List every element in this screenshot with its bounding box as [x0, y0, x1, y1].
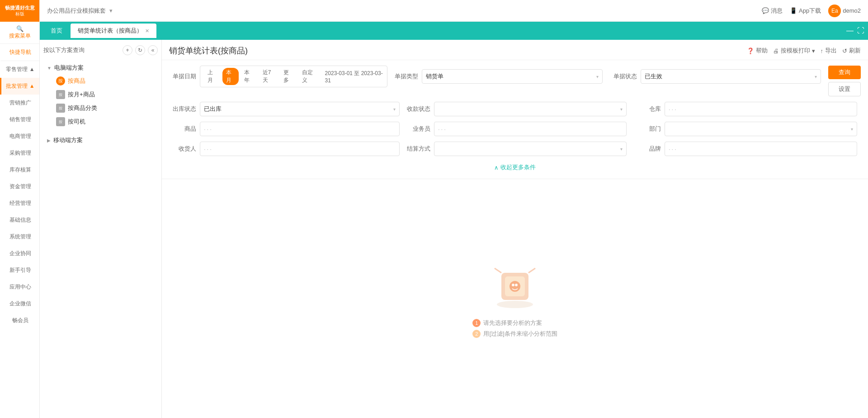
tree-child-by-product[interactable]: 按 按商品	[52, 74, 158, 88]
sidebar-item-ecommerce[interactable]: 电商管理	[0, 128, 39, 145]
sidebar-item-apps[interactable]: 应用中心	[0, 279, 39, 295]
filter-receipt-status: 收款状态 ▾	[400, 102, 630, 116]
export-label: 导出	[825, 47, 837, 55]
doc-type-control[interactable]: 销货单 ▾	[422, 69, 602, 84]
tree-desktop-label[interactable]: ▼ 电脑端方案	[43, 62, 158, 74]
header-message[interactable]: 💬 消息	[762, 7, 783, 15]
date-tag-this-year[interactable]: 本年	[241, 68, 257, 85]
tree-child-by-cashier[interactable]: 按 按司机	[52, 115, 158, 128]
refresh-btn[interactable]: ↺ 刷新	[842, 47, 861, 55]
tree-mobile-label[interactable]: ▶ 移动端方案	[43, 134, 158, 147]
warehouse-value: ···	[669, 106, 853, 113]
date-tag-this-month[interactable]: 本月	[222, 68, 239, 85]
svg-line-6	[495, 268, 501, 273]
date-tag-custom[interactable]: 自定义	[298, 68, 320, 85]
consignee-value: ···	[204, 146, 396, 152]
collapse-btn[interactable]: ∧ 收起更多条件	[169, 160, 861, 173]
sidebar-item-basic[interactable]: 基础信息	[0, 212, 39, 228]
panel-refresh-btn[interactable]: ↻	[135, 45, 145, 55]
panel-add-btn[interactable]: +	[123, 45, 132, 55]
sidebar-item-wechat[interactable]: 企业微信	[0, 295, 39, 312]
filter-out-status: 出库状态 已出库 ▾	[169, 102, 400, 116]
date-tag-7-days[interactable]: 近7天	[259, 68, 278, 85]
receipt-status-control[interactable]: ▾	[434, 102, 627, 116]
collapse-arrow-icon: ∧	[494, 164, 499, 171]
logo-text: 畅捷通好生意	[5, 5, 35, 11]
tree-child-by-month-product[interactable]: 按 按月+商品	[52, 88, 158, 101]
settings-btn[interactable]: 设置	[828, 82, 861, 96]
print-btn[interactable]: 🖨 按模板打印 ▾	[773, 47, 815, 55]
tab-close-icon[interactable]: ✕	[145, 28, 149, 34]
product-control[interactable]: ···	[200, 122, 400, 136]
sidebar-item-member[interactable]: 畅会员	[0, 312, 39, 329]
tip-num-1: 1	[472, 319, 481, 327]
sidebar-item-sales[interactable]: 销售管理	[0, 111, 39, 128]
header-app-download[interactable]: 📱 App下载	[790, 7, 821, 15]
app-download-label: App下载	[799, 7, 821, 15]
collapse-label: 收起更多条件	[500, 163, 536, 171]
query-btn[interactable]: 查询	[828, 66, 861, 79]
filter-warehouse: 仓库 ···	[630, 102, 861, 116]
tab-maximize-icon[interactable]: ⛶	[857, 27, 864, 35]
doc-status-label: 单据状态	[610, 72, 637, 81]
out-status-label: 出库状态	[169, 105, 196, 113]
by-cashier-label: 按司机	[68, 118, 85, 126]
panel-collapse-btn[interactable]: «	[148, 45, 158, 55]
date-tag-more[interactable]: 更多	[280, 68, 297, 85]
out-status-control[interactable]: 已出库 ▾	[200, 102, 400, 116]
tree-child-by-category[interactable]: 按 按商品分类	[52, 101, 158, 115]
date-label: 单据日期	[169, 72, 196, 81]
warehouse-control[interactable]: ···	[665, 102, 857, 116]
tab-home[interactable]: 首页	[43, 24, 70, 38]
date-tag-last-month[interactable]: 上月	[204, 68, 221, 85]
sidebar-quick-nav[interactable]: 快捷导航	[0, 44, 39, 61]
tab-minimize-icon[interactable]: —	[846, 27, 854, 35]
sidebar-menu: 零售管理 ▲ 批发管理 ▲ 营销推广 销售管理 电商管理 采购管理 库存核算 资…	[0, 61, 39, 418]
consignee-control[interactable]: ···	[200, 142, 400, 156]
filter-area: 单据日期 上月 本月 本年 近7天 更多 自定义 20	[162, 60, 868, 179]
right-panel: 销货单统计表(按商品) ❓ 帮助 🖨 按模板打印 ▾ ↑ 导出	[162, 40, 868, 418]
sidebar-item-newbie[interactable]: 新手引导	[0, 262, 39, 279]
header-user[interactable]: Ea demo2	[828, 5, 861, 17]
export-btn[interactable]: ↑ 导出	[821, 47, 837, 55]
tip-text-2: 用[过滤]条件来缩小分析范围	[483, 330, 557, 338]
brand-control[interactable]: ···	[665, 142, 857, 156]
sidebar-item-system[interactable]: 系统管理	[0, 228, 39, 245]
sidebar-item-operation[interactable]: 经营管理	[0, 195, 39, 212]
logo-subtext: 标版	[15, 11, 24, 17]
refresh-label: 刷新	[849, 47, 861, 55]
payment-control[interactable]: ▾	[434, 142, 627, 156]
sidebar-item-purchase[interactable]: 采购管理	[0, 145, 39, 162]
filter-salesman: 业务员 ···	[400, 122, 630, 136]
filter-consignee: 收货人 ···	[169, 142, 400, 156]
operation-label: 经营管理	[9, 200, 31, 207]
filter-brand: 品牌 ···	[630, 142, 861, 156]
left-panel: 按以下方案查询 + ↻ « ▼ 电脑端方案 按 按商品	[40, 40, 162, 418]
tab-sales-stat[interactable]: 销货单统计表（按商品） ✕	[71, 24, 156, 38]
panel-title: 按以下方案查询	[43, 46, 85, 54]
app-download-icon: 📱	[790, 7, 797, 14]
help-btn[interactable]: ❓ 帮助	[747, 47, 768, 55]
department-control[interactable]: ▾	[665, 122, 857, 136]
doc-type-arrow-icon: ▾	[596, 74, 599, 79]
tab-home-label: 首页	[51, 27, 62, 35]
consignee-label: 收货人	[169, 145, 196, 153]
brand-label: 品牌	[634, 145, 661, 153]
purchase-label: 采购管理	[9, 149, 31, 157]
enterprise-label: 企业协同	[9, 250, 31, 257]
sidebar-item-inventory[interactable]: 库存核算	[0, 162, 39, 178]
filter-doc-type: 单据类型 销货单 ▾	[387, 69, 606, 84]
sidebar-item-marketing[interactable]: 营销推广	[0, 95, 39, 111]
sidebar-item-retail[interactable]: 零售管理 ▲	[0, 61, 39, 78]
doc-status-control[interactable]: 已生效 ▾	[641, 69, 821, 84]
sidebar-item-finance[interactable]: 资金管理	[0, 178, 39, 195]
by-cashier-icon: 按	[56, 117, 65, 126]
sidebar-item-enterprise[interactable]: 企业协同	[0, 245, 39, 262]
sidebar-item-wholesale[interactable]: 批发管理 ▲	[0, 78, 39, 95]
workspace-dropdown-icon[interactable]: ▾	[109, 7, 113, 14]
date-range-value: 2023-03-01 至 2023-03-31	[325, 70, 384, 84]
out-status-value: 已出库	[204, 105, 391, 113]
salesman-control[interactable]: ···	[434, 122, 627, 136]
sidebar-search[interactable]: 🔍 搜索菜单	[0, 22, 39, 44]
page-title: 销货单统计表(按商品)	[169, 45, 248, 56]
